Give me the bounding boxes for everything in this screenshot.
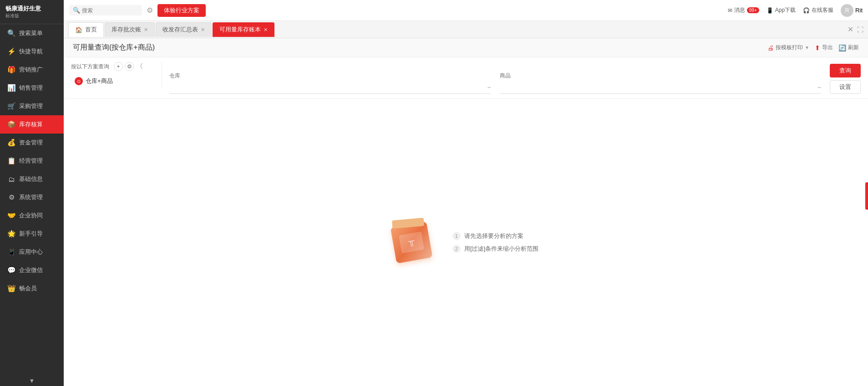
sidebar-scroll-down[interactable]: ▼ <box>0 376 64 386</box>
sidebar-item-newguide[interactable]: 🌟 新手引导 <box>0 225 64 243</box>
warehouse-more-button[interactable]: ··· <box>487 83 490 92</box>
collapse-filter-button[interactable]: 《 <box>137 62 143 71</box>
appcenter-icon: 📱 <box>7 248 15 256</box>
settings-icon[interactable]: ⚙ <box>147 6 153 15</box>
query-button[interactable]: 查询 <box>830 64 861 77</box>
sidebar-item-wechat[interactable]: 💬 企业微信 <box>0 261 64 279</box>
user-menu[interactable]: R Rit <box>841 4 863 17</box>
sidebar-label-enterprise: 企业协同 <box>19 211 43 220</box>
empty-state: 1 请先选择要分析的方案 2 用[过滤]条件来缩小分析范围 <box>64 99 868 386</box>
inventory-icon: 📦 <box>7 120 15 129</box>
filter-right-panel: 仓库 ··· 商品 ··· 查询 设置 <box>169 62 861 94</box>
tab-summary-close[interactable]: ✕ <box>201 27 205 33</box>
app-download-item[interactable]: 📱 App下载 <box>766 6 796 14</box>
goods-filter-field: 商品 ··· <box>500 72 821 94</box>
sidebar-item-inventory[interactable]: 📦 库存核算 <box>0 115 64 134</box>
sales-icon: 📊 <box>7 84 15 92</box>
headset-icon: 🎧 <box>803 7 810 14</box>
shortcut-icon: ⚡ <box>7 47 15 56</box>
tab-summary-label: 收发存汇总表 <box>162 26 198 34</box>
operation-icon: 📋 <box>7 157 15 165</box>
filter-btns: + ⚙ <box>114 62 134 71</box>
add-filter-button[interactable]: + <box>114 62 123 71</box>
filter-option-warehouse-goods[interactable]: ⊙ 仓库+商品 <box>71 75 156 87</box>
online-service-item[interactable]: 🎧 在线客服 <box>803 6 833 14</box>
tab-home[interactable]: 🏠 首页 <box>68 22 104 37</box>
print-dropdown-icon[interactable]: ▼ <box>805 45 809 50</box>
expand-tabs-button[interactable]: ⛶ <box>857 26 863 33</box>
empty-box-graphic <box>391 221 433 264</box>
tab-batch-close[interactable]: ✕ <box>144 27 148 33</box>
system-icon: ⚙ <box>7 193 15 201</box>
search-icon: 🔍 <box>7 29 15 37</box>
warehouse-filter-label: 仓库 <box>169 72 491 80</box>
manage-filter-button[interactable]: ⚙ <box>125 62 134 71</box>
sidebar-label-sales: 销售管理 <box>19 84 43 92</box>
sidebar-label-search: 搜索菜单 <box>19 29 43 37</box>
scroll-indicator <box>865 182 868 210</box>
sidebar-label-wechat: 企业微信 <box>19 266 43 274</box>
sidebar-label-basic: 基础信息 <box>19 175 43 183</box>
tab-batch-label: 库存批次账 <box>112 26 141 34</box>
message-item[interactable]: ✉ 消息 99+ <box>728 6 759 14</box>
message-badge: 99+ <box>747 7 759 13</box>
tab-home-label: 首页 <box>85 26 97 34</box>
tab-summary[interactable]: 收发存汇总表 ✕ <box>156 22 212 37</box>
hint-text-2: 用[过滤]条件来缩小分析范围 <box>464 245 538 253</box>
option-icon: ⊙ <box>75 77 83 85</box>
export-icon: ⬆ <box>815 44 820 51</box>
tabs-bar: 🏠 首页 库存批次账 ✕ 收发存汇总表 ✕ 可用量库存账本 ✕ ✕ ⛶ <box>64 21 868 38</box>
sidebar-item-marketing[interactable]: 🎁 营销推广 <box>0 61 64 79</box>
refresh-button[interactable]: 🔄 刷新 <box>838 44 859 51</box>
sidebar-item-system[interactable]: ⚙ 系统管理 <box>0 188 64 206</box>
search-input[interactable] <box>82 7 138 14</box>
topbar-search-wrapper: 🔍 <box>69 5 142 15</box>
export-button[interactable]: ⬆ 导出 <box>815 44 833 51</box>
tab-available-label: 可用量库存账本 <box>219 26 261 34</box>
close-all-tabs-button[interactable]: ✕ <box>848 25 853 34</box>
column-settings-button[interactable]: 设置 <box>830 80 861 94</box>
hint-num-2: 2 <box>452 245 461 253</box>
page-title: 可用量查询(按仓库+商品) <box>73 43 155 52</box>
main-area: 🔍 ⚙ 体验行业方案 ✉ 消息 99+ 📱 App下载 🎧 在线客服 R Rit <box>64 0 868 386</box>
message-icon: ✉ <box>728 7 732 14</box>
sidebar-item-member[interactable]: 👑 畅会员 <box>0 279 64 298</box>
export-label: 导出 <box>822 44 833 51</box>
sidebar-logo: 畅康通好生意 标准版 <box>0 0 64 24</box>
trial-button[interactable]: 体验行业方案 <box>157 4 206 17</box>
refresh-icon: 🔄 <box>838 44 846 51</box>
print-button[interactable]: 🖨 按模板打印 ▼ <box>767 44 809 51</box>
sidebar-item-purchase[interactable]: 🛒 采购管理 <box>0 97 64 115</box>
sidebar-item-enterprise[interactable]: 🤝 企业协同 <box>0 206 64 225</box>
sidebar-item-basic[interactable]: 🗂 基础信息 <box>0 170 64 188</box>
sidebar-item-shortcut[interactable]: ⚡ 快捷导航 <box>0 42 64 61</box>
message-label: 消息 <box>734 6 745 14</box>
home-icon: 🏠 <box>75 26 82 33</box>
member-icon: 👑 <box>7 284 15 293</box>
tab-batch[interactable]: 库存批次账 ✕ <box>105 22 155 37</box>
phone-icon: 📱 <box>766 7 773 14</box>
warehouse-input[interactable] <box>169 84 485 91</box>
sidebar-label-finance: 资金管理 <box>19 139 43 147</box>
sidebar-item-search[interactable]: 🔍 搜索菜单 <box>0 24 64 42</box>
marketing-icon: 🎁 <box>7 66 15 74</box>
sidebar-item-finance[interactable]: 💰 资金管理 <box>0 134 64 152</box>
sidebar-label-operation: 经营管理 <box>19 157 43 165</box>
content-area: 可用量查询(按仓库+商品) 🖨 按模板打印 ▼ ⬆ 导出 🔄 刷新 <box>64 38 868 386</box>
sidebar-item-appcenter[interactable]: 📱 应用中心 <box>0 243 64 261</box>
goods-filter-label: 商品 <box>500 72 821 80</box>
sidebar-item-sales[interactable]: 📊 销售管理 <box>0 79 64 97</box>
brand-name: 畅康通好生意 <box>5 5 58 13</box>
sidebar: 畅康通好生意 标准版 🔍 搜索菜单 ⚡ 快捷导航 🎁 营销推广 📊 销售管理 🛒… <box>0 0 64 386</box>
sidebar-label-marketing: 营销推广 <box>19 66 43 74</box>
app-download-label: App下载 <box>775 6 796 14</box>
sidebar-item-operation[interactable]: 📋 经营管理 <box>0 152 64 170</box>
tab-available-close[interactable]: ✕ <box>264 27 268 33</box>
tab-available[interactable]: 可用量库存账本 ✕ <box>213 22 274 37</box>
sidebar-label-newguide: 新手引导 <box>19 230 43 238</box>
search-icon: 🔍 <box>73 7 80 14</box>
filter-area: 按以下方案查询 + ⚙ 《 ⊙ 仓库+商品 仓库 ··· <box>64 57 868 99</box>
purchase-icon: 🛒 <box>7 102 15 110</box>
goods-more-button[interactable]: ··· <box>817 83 821 92</box>
goods-input[interactable] <box>500 84 816 91</box>
